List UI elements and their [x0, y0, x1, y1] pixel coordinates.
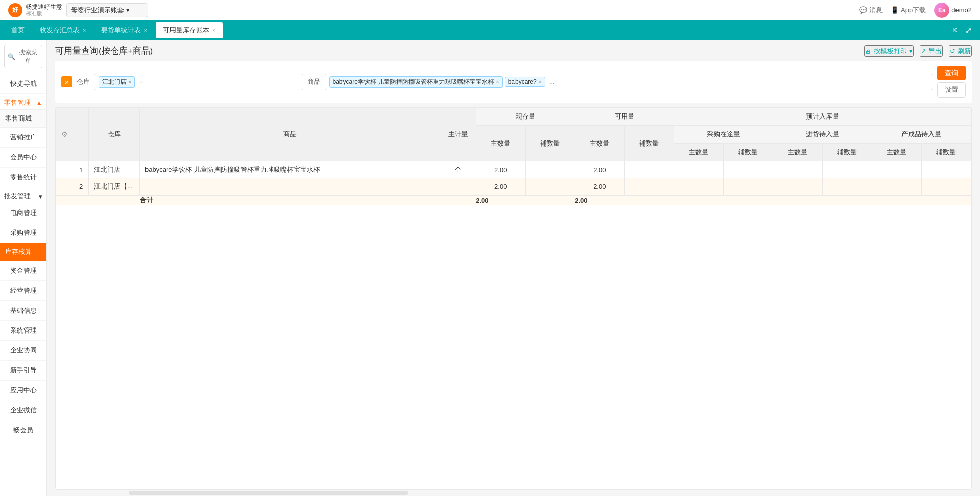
product-label: 商品	[307, 77, 321, 86]
chevron-down-icon: ▾	[126, 6, 130, 14]
row2-product-main	[872, 178, 921, 196]
tab-receive[interactable]: 收发存汇总表 ×	[33, 22, 93, 38]
product-tag-container[interactable]: babycare学饮杯 儿童防摔防撞吸管杯重力球吸嘴杯宝宝水杯 × babyca…	[325, 74, 934, 90]
product-tag-1: babycare学饮杯 儿童防摔防撞吸管杯重力球吸嘴杯宝宝水杯 ×	[329, 76, 503, 88]
row2-incoming-aux	[822, 178, 872, 196]
sidebar-item-inventory[interactable]: 库存核算	[0, 243, 46, 261]
sidebar-item-marketing[interactable]: 营销推广	[0, 128, 46, 148]
sidebar-item-zero-shop[interactable]: 零售商城	[0, 110, 46, 128]
col-stock-main: 主数量	[476, 126, 525, 161]
col-product-header: 商品	[140, 108, 440, 161]
sidebar-item-purchase[interactable]: 采购管理	[0, 223, 46, 243]
row2-stock-aux	[525, 178, 575, 196]
row1-product-main	[872, 161, 921, 178]
filter-bar: » 仓库 江北门店 × ··· 商品 babycare学饮杯 儿童防摔防撞吸管杯…	[55, 61, 972, 103]
sidebar-item-member[interactable]: 会员中心	[0, 148, 46, 168]
sidebar-item-system[interactable]: 系统管理	[0, 321, 46, 341]
sidebar-item-enterprise[interactable]: 企业协同	[0, 341, 46, 361]
sidebar-item-zero-sales[interactable]: 零售管理 ▲	[0, 94, 46, 110]
sidebar-item-vip[interactable]: 畅会员	[0, 420, 46, 440]
row2-avail-main: 2.00	[575, 178, 624, 196]
tab-order[interactable]: 要货单统计表 ×	[94, 22, 154, 38]
row1-incoming-main	[773, 161, 822, 178]
warehouse-more[interactable]: ···	[139, 78, 144, 85]
summary-product-main	[872, 195, 921, 205]
col-avail-aux: 辅数量	[624, 126, 674, 161]
sidebar-item-ecommerce[interactable]: 电商管理	[0, 203, 46, 223]
logo-area: 好 畅捷通好生意 标准版	[8, 3, 62, 17]
warehouse-tag-container[interactable]: 江北门店 × ···	[94, 74, 303, 90]
row1-incoming-aux	[822, 161, 872, 178]
table-gear-icon[interactable]: ⚙	[61, 130, 68, 138]
user-area[interactable]: Ea demo2	[934, 3, 972, 18]
message-action[interactable]: 💬 消息	[859, 6, 883, 15]
product-tag-2-close[interactable]: ×	[538, 79, 542, 85]
col-settings: ⚙	[56, 108, 74, 161]
row1-warehouse: 江北门店	[89, 161, 140, 178]
sidebar-item-quick-nav[interactable]: 快捷导航	[0, 74, 46, 94]
tab-close-available[interactable]: ×	[212, 27, 215, 33]
tab-close-receive[interactable]: ×	[83, 27, 86, 33]
row1-stock-main: 2.00	[476, 161, 525, 178]
summary-empty-2	[74, 195, 89, 205]
print-btn[interactable]: 🖨 按模板打印 ▾	[864, 45, 914, 57]
col-stock-header: 现存量	[476, 108, 575, 126]
sidebar-item-basic[interactable]: 基础信息	[0, 301, 46, 321]
sidebar-item-finance[interactable]: 资金管理	[0, 261, 46, 281]
tab-bar: 首页 收发存汇总表 × 要货单统计表 × 可用量库存账本 × × ⤢	[0, 20, 980, 40]
summary-empty-4	[440, 195, 476, 205]
app-download-action[interactable]: 📱 App下载	[891, 6, 926, 15]
sidebar-item-ops[interactable]: 经营管理	[0, 281, 46, 301]
top-bar-left: 好 畅捷通好生意 标准版 母婴行业演示账套 ▾	[8, 3, 148, 17]
chevron-up-icon: ▲	[36, 99, 42, 107]
page-title: 可用量查询(按仓库+商品)	[55, 45, 153, 57]
sidebar-item-guide[interactable]: 新手引导	[0, 361, 46, 381]
tab-close-order[interactable]: ×	[144, 27, 147, 33]
content-area: 可用量查询(按仓库+商品) 🖨 按模板打印 ▾ ↗ 导出 ↺ 刷新 »	[47, 40, 980, 496]
sidebar-item-app-center[interactable]: 应用中心	[0, 381, 46, 400]
sidebar-item-batch[interactable]: 批发管理 ▾	[0, 187, 46, 203]
top-bar-right: 💬 消息 📱 App下载 Ea demo2	[859, 3, 972, 18]
row2-avail-aux	[624, 178, 674, 196]
avatar: Ea	[934, 3, 949, 18]
col-unit-header: 主计量	[440, 108, 476, 161]
summary-product-aux	[921, 195, 971, 205]
col-product-group: 产成品待入量	[872, 126, 971, 144]
search-icon: 🔍	[8, 53, 15, 60]
product-tag-1-close[interactable]: ×	[496, 79, 499, 85]
tab-home[interactable]: 首页	[4, 22, 32, 38]
row1-purchase-aux	[723, 161, 773, 178]
row1-product: babycare学饮杯 儿童防摔防撞吸管杯重力球吸嘴杯宝宝水杯	[140, 161, 440, 178]
settings-btn[interactable]: 设置	[937, 82, 966, 98]
table-wrapper: ⚙ 仓库 商品 主计量 现存量 可用量 预计入库量 主数量 辅数量 主数量	[55, 107, 972, 490]
export-btn[interactable]: ↗ 导出	[920, 45, 943, 57]
col-avail-main: 主数量	[575, 126, 624, 161]
message-icon: 💬	[859, 6, 867, 14]
sidebar-item-wechat[interactable]: 企业微信	[0, 400, 46, 420]
tab-bar-expand-btn[interactable]: ⤢	[961, 26, 976, 35]
tab-bar-close-btn[interactable]: ×	[948, 26, 961, 35]
product-tag-2: babycare? ×	[505, 77, 545, 87]
query-btn[interactable]: 查询	[937, 66, 966, 80]
row1-product-aux	[921, 161, 971, 178]
refresh-icon: ↺	[950, 47, 955, 55]
sidebar-item-zero-stats[interactable]: 零售统计	[0, 168, 46, 187]
filter-expand-btn[interactable]: »	[61, 76, 72, 87]
product-more[interactable]: ...	[549, 78, 554, 85]
filter-action-btns: 查询 设置	[937, 66, 966, 98]
search-menu-btn[interactable]: 🔍 搜索菜单	[4, 45, 42, 68]
summary-purchase-main	[674, 195, 723, 205]
col-warehouse-header: 仓库	[89, 108, 140, 161]
sidebar-search: 🔍 搜索菜单	[0, 40, 46, 74]
col-no-header	[74, 108, 89, 161]
refresh-btn[interactable]: ↺ 刷新	[949, 45, 972, 57]
phone-icon: 📱	[891, 6, 899, 14]
industry-select[interactable]: 母婴行业演示账套 ▾	[66, 3, 148, 17]
warehouse-tag-close[interactable]: ×	[128, 79, 131, 85]
row1-unit: 个	[440, 161, 476, 178]
top-bar: 好 畅捷通好生意 标准版 母婴行业演示账套 ▾ 💬 消息 📱 App下载 Ea …	[0, 0, 980, 20]
col-purchase-group: 采购在途量	[674, 126, 773, 144]
tab-available[interactable]: 可用量库存账本 ×	[156, 22, 223, 38]
warehouse-label: 仓库	[77, 77, 90, 86]
summary-avail-main: 2.00	[575, 195, 624, 205]
